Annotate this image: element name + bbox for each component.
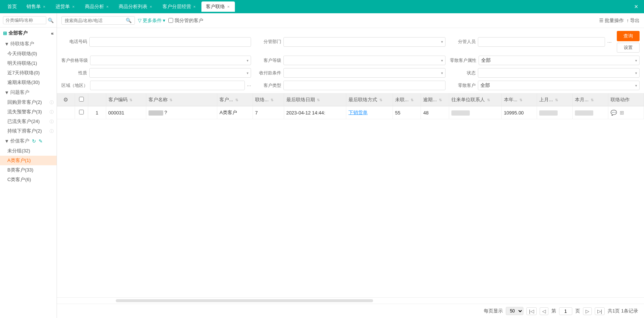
- close-icon-analysis-list[interactable]: ×: [149, 4, 153, 9]
- person-select[interactable]: [478, 37, 605, 47]
- sidebar-search-input[interactable]: [3, 16, 46, 24]
- sidebar-item-week[interactable]: 近7天待联络(0): [0, 68, 57, 78]
- th-overdue[interactable]: 逾期... ⇅: [421, 93, 449, 106]
- th-method[interactable]: 最后联络方式 ⇅: [346, 93, 393, 106]
- settings-btn[interactable]: 设置: [617, 43, 640, 53]
- filter-search-box: 🔍: [61, 16, 135, 25]
- nav-tab-analysis[interactable]: 商品分析 ×: [80, 1, 114, 12]
- close-icon-purchase[interactable]: ×: [71, 4, 75, 9]
- customer-type-select[interactable]: [283, 81, 445, 90]
- total-label: 共1页 1条记录: [608, 308, 638, 314]
- sidebar-search-icon[interactable]: 🔍: [48, 18, 54, 23]
- sidebar-item-tomorrow[interactable]: 明天待联络(1): [0, 59, 57, 68]
- collapse-sidebar-icon[interactable]: «: [51, 31, 54, 36]
- th-code[interactable]: 客户编码 ⇅: [106, 93, 146, 106]
- filter-retail-customer: 零散客户 全部 ▾: [450, 81, 640, 90]
- sidebar-group-value[interactable]: ▼ 价值客户 ↻ ✎: [0, 136, 57, 146]
- nav-home[interactable]: 首页: [3, 3, 21, 10]
- sidebar-group-pending[interactable]: ▼ 待联络客户: [0, 39, 57, 49]
- th-contact[interactable]: 联络... ⇅: [253, 93, 284, 106]
- filter-search-icon[interactable]: 🔍: [126, 18, 132, 23]
- chat-icon[interactable]: 💬: [611, 110, 617, 116]
- customer-level-select[interactable]: ▾: [283, 56, 445, 65]
- problem-label: 问题客户: [10, 89, 29, 96]
- first-page-btn[interactable]: |◁: [526, 307, 536, 315]
- area-select[interactable]: [90, 81, 245, 90]
- sidebar-item-declining[interactable]: 持续下滑客户(2) ⓘ: [0, 126, 57, 136]
- query-btn[interactable]: 查询: [617, 31, 640, 41]
- last-page-btn[interactable]: ▷|: [595, 307, 605, 315]
- close-icon-customer-contact[interactable]: ×: [226, 4, 230, 9]
- close-icon-analysis[interactable]: ×: [105, 4, 109, 9]
- th-action-label: 联络动作: [611, 97, 630, 102]
- th-thismo[interactable]: 本月... ⇅: [573, 93, 608, 106]
- nav-tab-customer-contact[interactable]: 客户联络 ×: [201, 1, 235, 12]
- close-icon-customer-segment[interactable]: ×: [193, 4, 196, 9]
- my-customers-check[interactable]: [168, 18, 173, 23]
- status-select[interactable]: ▾: [478, 68, 640, 78]
- refresh-icon[interactable]: ↻: [32, 138, 36, 144]
- batch-op-btn[interactable]: ☰ 批量操作: [599, 17, 624, 24]
- sidebar-item-today[interactable]: 今天待联络(0): [0, 49, 57, 59]
- prev-page-btn[interactable]: ◁: [540, 307, 548, 315]
- td-checkbox[interactable]: [75, 106, 88, 119]
- filter-status: 状态 ▾: [450, 68, 640, 78]
- nav-tab-customer-segment[interactable]: 客户分层经营 ×: [158, 1, 201, 12]
- row-method[interactable]: 下销货单: [348, 110, 368, 115]
- my-customers-checkbox[interactable]: 我分管的客户: [168, 17, 203, 24]
- th-checkbox[interactable]: [75, 93, 88, 106]
- sidebar-item-churned[interactable]: 已流失客户(24) ⓘ: [0, 117, 57, 126]
- sort-code: ⇅: [129, 98, 132, 102]
- next-page-btn[interactable]: ▷: [583, 307, 592, 315]
- qrcode-icon[interactable]: ⊞: [620, 110, 624, 116]
- sidebar-item-a-class[interactable]: A类客户(1): [0, 156, 57, 165]
- sidebar-item-b-class[interactable]: B类客户(33): [0, 165, 57, 175]
- sidebar-item-overdue[interactable]: 逾期未联络(30): [0, 78, 57, 87]
- nature-chevron: ▾: [247, 71, 248, 75]
- sidebar-item-churn-warn[interactable]: 流失预警客户(3) ⓘ: [0, 107, 57, 117]
- filter-search-input[interactable]: [65, 18, 124, 23]
- select-all-checkbox[interactable]: [79, 97, 84, 102]
- td-contact: 7: [253, 106, 284, 119]
- th-thisyr[interactable]: 本年... ⇅: [501, 93, 537, 106]
- th-no: [88, 93, 106, 106]
- nav-tab-analysis-list[interactable]: 商品分析列表 ×: [114, 1, 157, 12]
- th-name[interactable]: 客户名称 ⇅: [146, 93, 217, 106]
- th-level[interactable]: 客户... ⇅: [217, 93, 253, 106]
- th-date[interactable]: 最后联络日期 ⇅: [284, 93, 346, 106]
- more-filters-btn[interactable]: ▽ 更多条件 ▾: [138, 17, 165, 24]
- row-checkbox[interactable]: [79, 110, 84, 114]
- th-unlinked[interactable]: 未联... ⇅: [393, 93, 421, 106]
- sidebar-group-problem[interactable]: ▼ 问题客户: [0, 87, 57, 98]
- export-btn[interactable]: ↑ 导出: [627, 17, 640, 24]
- phone-input[interactable]: [89, 37, 251, 47]
- nav-tab-sales[interactable]: 销售单 ×: [22, 1, 50, 12]
- sidebar-item-repurchase[interactable]: 回购异常客户(2) ⓘ: [0, 98, 57, 107]
- th-settings[interactable]: ⚙: [57, 93, 75, 106]
- page-input[interactable]: [559, 307, 572, 315]
- sort-prevcontact: ⇅: [487, 98, 490, 102]
- close-icon-sales[interactable]: ×: [42, 4, 46, 9]
- retail-customer-select[interactable]: 全部 ▾: [478, 81, 640, 90]
- td-thismo: [573, 106, 608, 119]
- row-overdue: 48: [423, 110, 428, 116]
- th-lastmo[interactable]: 上月... ⇅: [537, 93, 573, 106]
- dept-select[interactable]: ▾: [283, 37, 445, 47]
- sidebar-item-ungroup[interactable]: 未分组(32): [0, 146, 57, 156]
- retail-attr-select[interactable]: 全部 ▾: [479, 56, 640, 65]
- horizontal-scrollbar[interactable]: [116, 299, 373, 302]
- person-dots[interactable]: ···: [607, 39, 612, 45]
- window-close-icon[interactable]: ×: [631, 3, 641, 10]
- th-prevcontact[interactable]: 往来单位联系人 ⇅: [449, 93, 501, 106]
- area-dots[interactable]: ···: [247, 82, 251, 88]
- price-level-select[interactable]: ▾: [90, 56, 251, 65]
- value-label: 价值客户: [10, 138, 29, 144]
- table-settings-icon[interactable]: ⚙: [63, 96, 68, 103]
- nature-select[interactable]: ▾: [89, 68, 251, 78]
- per-page-select[interactable]: 50: [506, 307, 523, 315]
- pay-condition-select[interactable]: ▾: [283, 68, 445, 78]
- sidebar-all-customers[interactable]: ⊞ 全部客户 «: [0, 28, 57, 39]
- edit-group-icon[interactable]: ✎: [39, 138, 43, 144]
- sidebar-item-c-class[interactable]: C类客户(6): [0, 175, 57, 184]
- nav-tab-purchase[interactable]: 进货单 ×: [51, 1, 79, 12]
